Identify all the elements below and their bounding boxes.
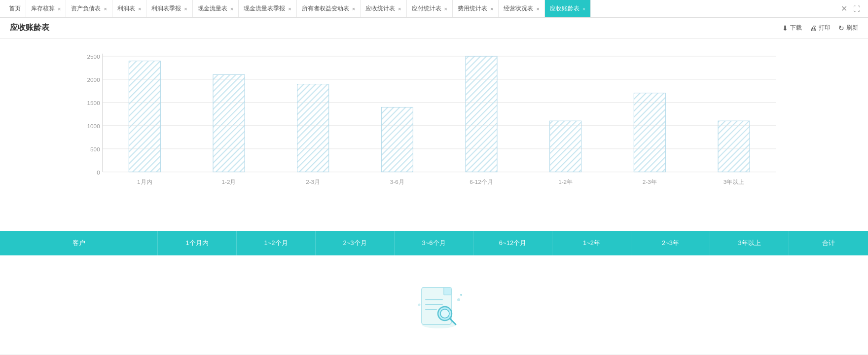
svg-text:1000: 1000 [87,123,101,129]
window-controls: ✕ ⛶ [841,4,864,13]
tab-operation[interactable]: 经营状况表 × [499,0,544,18]
download-icon: ⬇ [782,24,788,32]
page-title: 应收账龄表 [10,23,49,33]
bar-3-6月: 3-6月 [381,107,413,185]
tab-profit[interactable]: 利润表 × [112,0,146,18]
th-1-2year: 1~2年 [552,231,631,255]
svg-text:1-2年: 1-2年 [558,178,573,185]
svg-text:2-3年: 2-3年 [643,178,657,185]
tab-close-balance[interactable]: × [104,6,107,12]
svg-rect-15 [213,74,245,172]
empty-state [0,255,868,344]
tab-close-profit[interactable]: × [138,6,141,12]
svg-point-39 [460,294,462,296]
svg-text:1500: 1500 [87,100,101,106]
svg-point-36 [440,309,449,318]
svg-rect-21 [466,56,497,172]
tab-home[interactable]: 首页 [4,0,26,18]
main-content: 0 500 1000 1500 2000 2500 [0,38,868,354]
minimize-button[interactable]: ✕ [841,4,847,13]
th-2-3month: 2~3个月 [316,231,395,255]
svg-rect-25 [634,93,665,172]
svg-text:1-2月: 1-2月 [222,178,236,185]
maximize-button[interactable]: ⛶ [853,5,860,13]
bar-3年以上: 3年以上 [718,121,750,185]
svg-text:2500: 2500 [87,53,101,60]
aging-chart: 0 500 1000 1500 2000 2500 [20,48,848,206]
tab-inventory[interactable]: 库存核算 × [26,0,66,18]
tab-close-expense-stat[interactable]: × [490,6,493,12]
svg-text:2-3月: 2-3月 [306,178,320,185]
svg-rect-19 [381,107,413,172]
tab-profit-quarterly[interactable]: 利润表季报 × [146,0,192,18]
svg-point-40 [418,304,421,306]
print-button[interactable]: 🖨 打印 [810,24,831,32]
tab-close-inventory[interactable]: × [58,6,61,12]
print-icon: 🖨 [810,24,817,32]
th-2-3year: 2~3年 [631,231,710,255]
tab-close-aging[interactable]: × [582,6,585,12]
tab-expense-stat[interactable]: 费用统计表 × [453,0,499,18]
th-total: 合计 [789,231,868,255]
tab-receivable-stat[interactable]: 应收统计表 × [361,0,406,18]
bar-1-2月: 1-2月 [213,74,245,185]
tab-payable-stat[interactable]: 应付统计表 × [407,0,453,18]
tab-equity[interactable]: 所有者权益变动表 × [297,0,361,18]
svg-rect-17 [297,84,329,172]
th-1-2month: 1~2个月 [237,231,316,255]
svg-text:0: 0 [97,169,100,176]
svg-text:1月内: 1月内 [137,178,152,185]
th-1month: 1个月内 [158,231,237,255]
svg-text:2000: 2000 [87,76,101,83]
svg-point-38 [457,298,460,301]
tab-aging[interactable]: 应收账龄表 × [545,0,591,18]
refresh-icon: ↻ [838,24,844,32]
bar-1月内: 1月内 [129,61,160,185]
y-axis: 0 500 1000 1500 2000 2500 [87,53,776,176]
svg-rect-31 [444,287,451,295]
page-header: 应收账龄表 ⬇ 下载 🖨 打印 ↻ 刷新 [0,18,868,38]
th-3year-plus: 3年以上 [710,231,789,255]
tab-bar: 首页 库存核算 × 资产负债表 × 利润表 × 利润表季报 × 现金流量表 × … [0,0,868,18]
tab-close-payable-stat[interactable]: × [444,6,447,12]
bar-6-12月: 6-12个月 [466,56,497,185]
refresh-button[interactable]: ↻ 刷新 [838,24,858,32]
svg-rect-27 [718,121,750,172]
svg-text:500: 500 [90,146,100,152]
bar-2-3年: 2-3年 [634,93,665,185]
th-6-12month: 6~12个月 [473,231,552,255]
bar-1-2年: 1-2年 [550,121,581,185]
table-header: 客户 1个月内 1~2个月 2~3个月 3~6个月 6~12个月 1~2年 2~… [0,231,868,255]
svg-rect-23 [550,121,581,172]
header-actions: ⬇ 下载 🖨 打印 ↻ 刷新 [782,24,858,32]
tab-close-equity[interactable]: × [352,6,355,12]
svg-rect-13 [129,61,160,172]
tab-close-receivable-stat[interactable]: × [398,6,401,12]
download-button[interactable]: ⬇ 下载 [782,24,802,32]
tab-close-cashflow[interactable]: × [230,6,233,12]
tab-cashflow[interactable]: 现金流量表 × [193,0,239,18]
bar-2-3月: 2-3月 [297,84,329,185]
tab-cashflow-quarterly[interactable]: 现金流量表季报 × [239,0,296,18]
th-customer: 客户 [0,231,158,255]
empty-illustration [409,275,469,334]
chart-area: 0 500 1000 1500 2000 2500 [0,38,868,231]
empty-icon [409,275,459,324]
th-3-6month: 3~6个月 [395,231,473,255]
svg-text:3年以上: 3年以上 [723,178,745,185]
tab-close-profit-quarterly[interactable]: × [184,6,187,12]
tab-balance[interactable]: 资产负债表 × [66,0,112,18]
tab-close-cashflow-quarterly[interactable]: × [288,6,291,12]
svg-text:3-6月: 3-6月 [390,178,404,185]
tab-close-operation[interactable]: × [536,6,539,12]
svg-text:6-12个月: 6-12个月 [470,178,493,185]
